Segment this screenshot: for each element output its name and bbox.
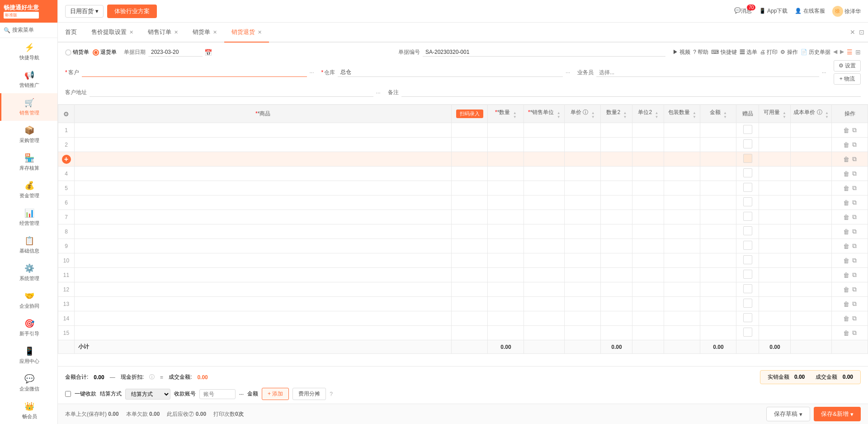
copy-icon[interactable]: ⧉	[852, 286, 857, 293]
sidebar-item-marketing[interactable]: 📢 营销推广	[0, 66, 57, 93]
tab-sale-price[interactable]: 售价提取设置 ✕	[84, 23, 141, 43]
delete-icon[interactable]: 🗑	[843, 214, 849, 221]
radio-sale[interactable]: 销货单	[65, 48, 89, 56]
amount-cell[interactable]	[700, 123, 736, 138]
qty2-cell[interactable]	[601, 123, 632, 138]
copy-icon[interactable]: ⧉	[852, 271, 857, 279]
delete-icon[interactable]: 🗑	[843, 243, 849, 250]
sidebar-item-member[interactable]: 👑 畅会员	[0, 397, 57, 424]
available-sort[interactable]: ▲▼	[783, 111, 786, 119]
sidebar-item-basic-info[interactable]: 📋 基础信息	[0, 231, 57, 259]
tab-sale-order-close[interactable]: ✕	[174, 29, 178, 35]
product-cell[interactable]	[75, 123, 452, 138]
tab-sale-delivery[interactable]: 销货单 ✕	[185, 23, 224, 43]
delete-icon[interactable]: 🗑	[843, 300, 849, 308]
fee-split-button[interactable]: 费用分摊	[292, 388, 326, 400]
save-new-button[interactable]: 保存&新增 ▾	[814, 407, 861, 421]
tab-home[interactable]: 首页	[58, 23, 84, 43]
gift-checkbox[interactable]	[743, 212, 752, 221]
add-row-button[interactable]: +	[62, 155, 71, 164]
sidebar-item-wechat[interactable]: 💬 企业微信	[0, 369, 57, 397]
remark-input[interactable]	[401, 88, 861, 97]
delete-icon[interactable]: 🗑	[843, 228, 849, 235]
gift-checkbox[interactable]	[743, 313, 752, 322]
gift-checkbox[interactable]	[743, 255, 752, 264]
gift-checkbox[interactable]	[743, 226, 752, 235]
copy-icon[interactable]: ⧉	[852, 213, 857, 221]
delete-icon[interactable]: 🗑	[843, 170, 849, 177]
account-dots[interactable]: ···	[239, 391, 244, 397]
sidebar-item-guide[interactable]: 🎯 新手引导	[0, 314, 57, 342]
quantity-cell[interactable]	[488, 123, 524, 138]
tab-sale-return-close[interactable]: ✕	[258, 29, 262, 35]
app-download[interactable]: 📱 App下载	[759, 7, 788, 15]
message-badge[interactable]: 💬 70 消息	[734, 7, 752, 15]
delete-icon[interactable]: 🗑	[843, 141, 849, 148]
tab-sale-delivery-close[interactable]: ✕	[213, 29, 217, 35]
gift-checkbox[interactable]	[743, 125, 752, 134]
unit2-sort[interactable]: ▲▼	[655, 111, 658, 119]
discount-info-icon[interactable]: ⓘ	[149, 373, 155, 381]
one-click-payment-checkbox[interactable]	[65, 391, 71, 397]
sidebar-item-quick-nav[interactable]: ⚡ 快捷导航	[0, 38, 57, 66]
quantity-sort[interactable]: ▲▼	[513, 111, 517, 119]
sidebar-item-sales[interactable]: 🛒 销售管理	[0, 93, 57, 121]
help-btn[interactable]: ? 帮助	[693, 48, 708, 56]
fee-help-icon[interactable]: ?	[330, 391, 333, 397]
gift-checkbox[interactable]	[743, 139, 752, 148]
qty2-sort[interactable]: ▲▼	[623, 111, 627, 119]
delete-icon[interactable]: 🗑	[843, 185, 849, 192]
copy-icon[interactable]: ⧉	[852, 126, 857, 134]
calc-method-select[interactable]: 结算方式	[125, 389, 170, 400]
delete-icon[interactable]: 🗑	[843, 286, 849, 293]
trial-button[interactable]: 体验行业方案	[107, 5, 157, 18]
radio-return[interactable]: 退货单	[93, 48, 117, 56]
operate-btn[interactable]: ⚙ 操作	[780, 48, 797, 56]
unit2-cell[interactable]	[632, 123, 664, 138]
chevron-down-icon[interactable]: ▾	[850, 411, 854, 418]
copy-icon[interactable]: ⧉	[852, 242, 857, 250]
shortcut-btn[interactable]: ⌨ 快捷键	[711, 48, 736, 56]
prev-icon[interactable]: ◀	[833, 48, 837, 56]
sidebar-item-app[interactable]: 📱 应用中心	[0, 342, 57, 369]
print-btn[interactable]: 🖨 打印	[760, 48, 778, 56]
price-cell[interactable]	[565, 123, 601, 138]
sidebar-item-operations[interactable]: 📊 经营管理	[0, 204, 57, 231]
cost-price-cell[interactable]	[791, 123, 832, 138]
gear-icon[interactable]: ⚙	[63, 110, 69, 118]
select-btn[interactable]: ☰ 选单	[740, 48, 757, 56]
delete-icon[interactable]: 🗑	[843, 315, 849, 322]
breadcrumb-select[interactable]: 日用百货 ▾	[65, 5, 104, 18]
setting-button[interactable]: ⚙ 设置	[834, 60, 861, 71]
add-payment-button[interactable]: + 添加	[262, 388, 289, 400]
view-list-icon[interactable]: ☰	[847, 48, 853, 56]
calendar-icon[interactable]: 📅	[204, 49, 212, 56]
tab-sale-price-close[interactable]: ✕	[129, 29, 133, 35]
sidebar-item-purchase[interactable]: 📦 采购管理	[0, 121, 57, 148]
video-btn[interactable]: ▶ 视频	[673, 48, 690, 56]
gift-checkbox[interactable]	[743, 154, 752, 163]
gift-checkbox[interactable]	[743, 241, 752, 250]
product-input[interactable]	[77, 156, 448, 162]
sale-unit-sort[interactable]: ▲▼	[557, 111, 561, 119]
gift-cell[interactable]	[736, 123, 759, 138]
copy-icon[interactable]: ⧉	[852, 257, 857, 264]
account-input[interactable]	[199, 389, 236, 399]
delete-icon[interactable]: 🗑	[843, 127, 849, 134]
gift-checkbox[interactable]	[743, 183, 752, 192]
gift-checkbox[interactable]	[743, 197, 752, 206]
sidebar-item-enterprise[interactable]: 🤝 企业协同	[0, 286, 57, 314]
sale-unit-cell[interactable]	[524, 123, 565, 138]
delete-icon[interactable]: 🗑	[843, 199, 849, 206]
tab-close-all-icon[interactable]: ✕	[850, 29, 855, 36]
copy-icon[interactable]: ⧉	[852, 155, 857, 163]
delete-icon[interactable]: 🗑	[843, 272, 849, 279]
user-info[interactable]: 徐 徐泽华	[832, 6, 861, 17]
date-input[interactable]	[148, 48, 203, 57]
gift-checkbox[interactable]	[743, 270, 752, 279]
tab-sale-return[interactable]: 销货退货 ✕	[224, 23, 269, 43]
warehouse-input[interactable]	[338, 68, 563, 77]
copy-icon[interactable]: ⧉	[852, 314, 857, 322]
pack-sort[interactable]: ▲▼	[693, 111, 696, 119]
delete-icon[interactable]: 🗑	[843, 329, 849, 337]
